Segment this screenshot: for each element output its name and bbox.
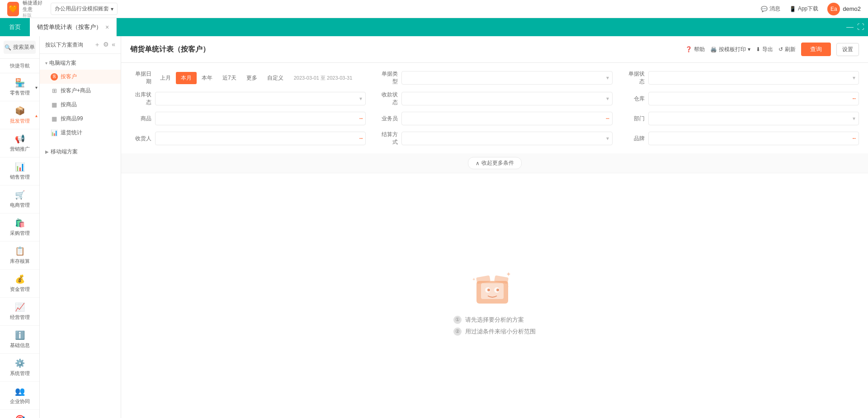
sidebar-menu: 🏪 零售管理 ▾ 📦 批发管理 ▴ 📢 营销推广 📊 销售管理 🛒 电商管理 [0, 73, 39, 418]
receiver-selector[interactable] [155, 132, 366, 145]
date-tab-more[interactable]: 更多 [241, 72, 262, 84]
print-template-button[interactable]: 🖨️ 按模板打印 ▾ [710, 46, 750, 53]
main-layout: 🔍 搜索菜单 快捷导航 🏪 零售管理 ▾ 📦 批发管理 ▴ 📢 营销推广 [0, 36, 868, 418]
scheme-item-returns[interactable]: 📊 退货统计 [40, 126, 121, 140]
app-download-button[interactable]: 📱 App下载 [789, 5, 818, 13]
salesman-selector[interactable] [401, 112, 612, 125]
workspace-selector[interactable]: 办公用品行业模拟账套 ▾ [51, 3, 118, 15]
brand-filter-cell: 品牌 ··· [623, 131, 859, 146]
basic-info-icon: ℹ️ [15, 330, 25, 340]
mobile-section-toggle[interactable]: ▶ 移动端方案 [40, 145, 121, 158]
settlement-selector[interactable] [401, 132, 612, 145]
message-button[interactable]: 💬 消息 [761, 5, 780, 13]
salesman-filter-cell: 业务员 ··· [377, 112, 612, 125]
collapse-icon: ∧ [476, 160, 480, 166]
pay-status-selector[interactable] [401, 92, 612, 105]
doc-status-label: 单据状态 [623, 70, 648, 86]
date-control: 上月 本月 本年 近7天 更多 自定义 2023-03-01 至 2023-03… [155, 72, 366, 84]
goods-selector[interactable] [155, 112, 366, 125]
collapse-panel-button[interactable]: « [112, 41, 115, 49]
sidebar-item-sales[interactable]: 📊 销售管理 [0, 157, 39, 185]
refresh-button[interactable]: ↺ 刷新 [778, 46, 796, 53]
sidebar-item-business[interactable]: 📈 经营管理 [0, 298, 39, 326]
doc-type-label: 单据类型 [377, 70, 401, 86]
header-right: 💬 消息 📱 App下载 Ea demo2 [761, 3, 861, 15]
tab-home[interactable]: 首页 [0, 18, 30, 36]
scheme-item-customer-goods[interactable]: ⊞ 按客户+商品 [40, 84, 121, 98]
chevron-down-icon: ▾ [111, 6, 113, 12]
logo-text: 畅捷通好生意 标版 [23, 0, 47, 18]
marketing-icon: 📢 [15, 134, 25, 144]
sidebar-item-collab[interactable]: 👥 企业协同 [0, 382, 39, 410]
sidebar-item-guide[interactable]: 🎯 新手引导 [0, 410, 39, 418]
collapse-button[interactable]: ∧ 收起更多条件 [468, 157, 522, 169]
ellipsis-icon: ··· [852, 95, 855, 103]
goods-control: ··· [155, 112, 366, 125]
empty-tip-2: ② 用过滤条件来缩小分析范围 [453, 328, 536, 336]
doc-status-selector[interactable] [648, 71, 859, 85]
tab-close-button[interactable]: × [105, 24, 109, 30]
settings-scheme-button[interactable]: ⚙ [103, 41, 109, 49]
export-button[interactable]: ⬇ 导出 [756, 46, 773, 53]
sidebar-item-finance[interactable]: 💰 资金管理 [0, 270, 39, 298]
ellipsis-icon: ··· [605, 114, 609, 123]
user-profile[interactable]: Ea demo2 [827, 3, 861, 15]
sidebar-item-ecommerce[interactable]: 🛒 电商管理 [0, 185, 39, 214]
top-header: 🧡 畅捷通好生意 标版 办公用品行业模拟账套 ▾ 💬 消息 📱 App下载 Ea… [0, 0, 868, 18]
sidebar-item-wholesale[interactable]: 📦 批发管理 ▴ [0, 101, 39, 129]
scheme-item-by-goods[interactable]: ▦ 按商品 [40, 98, 121, 112]
chevron-down-icon: ▾ [853, 115, 855, 122]
scheme-grid-icon: ⊞ [51, 87, 58, 95]
empty-tips: ① 请先选择要分析的方案 ② 用过滤条件来缩小分析范围 [453, 316, 536, 336]
out-status-control: ▾ [155, 92, 366, 105]
help-icon: ❓ [685, 46, 692, 52]
finance-icon: 💰 [15, 274, 25, 284]
svg-text:✦: ✦ [472, 277, 476, 282]
tab-maximize-button[interactable]: ⛶ [857, 23, 864, 31]
scheme-item-goods99[interactable]: ▦ 按商品99 [40, 112, 121, 126]
pay-status-filter-cell: 收款状态 ▾ [377, 91, 612, 106]
search-menu-button[interactable]: 🔍 搜索菜单 [4, 41, 36, 54]
settlement-filter-cell: 结算方式 ▾ [377, 131, 612, 146]
sidebar-item-retail[interactable]: 🏪 零售管理 ▾ [0, 73, 39, 101]
receiver-control: ··· [155, 132, 366, 145]
quick-nav-button[interactable]: 快捷导航 [0, 59, 39, 73]
help-button[interactable]: ❓ 帮助 [685, 46, 705, 53]
print-icon: 🖨️ [710, 46, 717, 52]
warehouse-selector[interactable] [648, 92, 859, 105]
scheme-panel-header: 按以下方案查询 ＋ ⚙ « [40, 36, 121, 54]
date-tab-this-year[interactable]: 本年 [197, 72, 217, 84]
date-tab-last-month[interactable]: 上月 [155, 72, 176, 84]
date-tab-custom[interactable]: 自定义 [262, 72, 288, 84]
logo-area: 🧡 畅捷通好生意 标版 [7, 0, 47, 18]
dept-filter-cell: 部门 ▾ [623, 112, 859, 125]
date-tab-this-month[interactable]: 本月 [176, 72, 197, 84]
svg-text:✦: ✦ [506, 271, 511, 278]
settings-button[interactable]: 设置 [836, 43, 859, 56]
export-icon: ⬇ [756, 46, 760, 52]
tip-num-1: ① [453, 316, 462, 324]
doc-type-selector[interactable] [401, 71, 612, 85]
salesman-label: 业务员 [377, 115, 401, 123]
tab-current[interactable]: 销货单统计表（按客户） × [30, 18, 117, 36]
tab-minimize-button[interactable]: — [846, 23, 854, 31]
desktop-section-toggle[interactable]: ▾ 电脑端方案 [40, 57, 121, 70]
out-status-selector[interactable] [155, 92, 366, 105]
sidebar-item-purchase[interactable]: 🛍️ 采购管理 [0, 214, 39, 242]
filter-area: 单据日期 上月 本月 本年 近7天 更多 自定义 2023-03-01 至 20… [121, 63, 868, 153]
sidebar-item-marketing[interactable]: 📢 营销推广 [0, 129, 39, 157]
svg-rect-3 [481, 283, 504, 299]
ecommerce-icon: 🛒 [15, 190, 25, 200]
add-scheme-button[interactable]: ＋ [94, 41, 100, 49]
date-tab-7days[interactable]: 近7天 [217, 72, 241, 84]
query-button[interactable]: 查询 [801, 43, 831, 56]
dept-selector[interactable] [648, 112, 859, 125]
goods-label: 商品 [130, 115, 155, 123]
sidebar-item-basic-info[interactable]: ℹ️ 基础信息 [0, 326, 39, 354]
sidebar-item-system[interactable]: ⚙️ 系统管理 [0, 354, 39, 382]
panel-header-actions: ＋ ⚙ « [94, 41, 115, 49]
date-range: 2023-03-01 至 2023-03-31 [294, 75, 353, 81]
sidebar-item-inventory[interactable]: 📋 库存核算 [0, 242, 39, 270]
scheme-item-by-customer[interactable]: 客 按客户 [40, 70, 121, 84]
brand-selector[interactable] [648, 132, 859, 145]
